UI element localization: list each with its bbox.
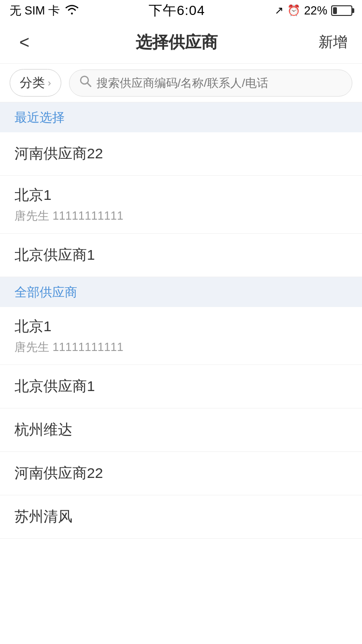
all-item-0[interactable]: 北京1 唐先生 11111111111 bbox=[0, 307, 362, 365]
all-section-title: 全部供应商 bbox=[14, 284, 77, 301]
recent-item-2-name: 北京供应商1 bbox=[14, 245, 348, 265]
no-sim-label: 无 SIM 卡 bbox=[10, 3, 60, 18]
all-item-3-name: 河南供应商22 bbox=[14, 463, 348, 483]
all-item-0-sub: 唐先生 11111111111 bbox=[14, 339, 348, 355]
page-title: 选择供应商 bbox=[34, 31, 319, 54]
status-right: ↗ ⏰ 22% bbox=[275, 4, 352, 17]
battery-icon bbox=[331, 5, 352, 16]
add-button[interactable]: 新增 bbox=[319, 32, 348, 52]
chevron-right-icon: › bbox=[48, 77, 51, 88]
back-button[interactable]: < bbox=[14, 28, 34, 57]
recent-item-2[interactable]: 北京供应商1 bbox=[0, 234, 362, 277]
recent-item-1[interactable]: 北京1 唐先生 11111111111 bbox=[0, 176, 362, 234]
category-filter-button[interactable]: 分类 › bbox=[10, 69, 61, 97]
wifi-icon bbox=[65, 4, 79, 17]
all-item-4[interactable]: 苏州清风 bbox=[0, 495, 362, 539]
status-time: 下午6:04 bbox=[149, 1, 205, 20]
recent-item-1-sub: 唐先生 11111111111 bbox=[14, 208, 348, 224]
all-items-list: 北京1 唐先生 11111111111 北京供应商1 杭州维达 河南供应商22 … bbox=[0, 307, 362, 539]
status-left: 无 SIM 卡 bbox=[10, 3, 79, 18]
nav-bar: < 选择供应商 新增 bbox=[0, 21, 362, 64]
recent-item-0[interactable]: 河南供应商22 bbox=[0, 132, 362, 176]
search-icon bbox=[79, 75, 92, 91]
all-item-0-name: 北京1 bbox=[14, 317, 348, 336]
all-item-3[interactable]: 河南供应商22 bbox=[0, 452, 362, 495]
filter-row: 分类 › bbox=[0, 64, 362, 102]
alarm-icon: ⏰ bbox=[287, 4, 300, 17]
all-item-2[interactable]: 杭州维达 bbox=[0, 408, 362, 452]
search-input[interactable] bbox=[97, 76, 342, 90]
recent-items-list: 河南供应商22 北京1 唐先生 11111111111 北京供应商1 bbox=[0, 132, 362, 277]
all-item-1-name: 北京供应商1 bbox=[14, 377, 348, 396]
search-box[interactable] bbox=[69, 70, 352, 97]
category-label: 分类 bbox=[20, 74, 45, 91]
battery-percent: 22% bbox=[304, 4, 327, 17]
status-bar: 无 SIM 卡 下午6:04 ↗ ⏰ 22% bbox=[0, 0, 362, 21]
svg-line-1 bbox=[87, 83, 91, 86]
all-section-header: 全部供应商 bbox=[0, 277, 362, 307]
recent-item-1-name: 北京1 bbox=[14, 185, 348, 205]
recent-item-0-name: 河南供应商22 bbox=[14, 144, 348, 164]
all-item-2-name: 杭州维达 bbox=[14, 420, 348, 440]
recent-section-header: 最近选择 bbox=[0, 102, 362, 132]
recent-section-title: 最近选择 bbox=[14, 109, 65, 126]
all-item-4-name: 苏州清风 bbox=[14, 507, 348, 527]
all-item-1[interactable]: 北京供应商1 bbox=[0, 365, 362, 408]
location-icon: ↗ bbox=[275, 4, 283, 17]
